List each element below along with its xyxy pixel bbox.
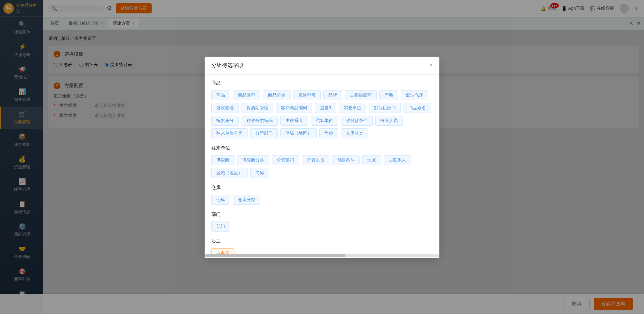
counterparty-fields: 供应商 供应商分类 分管部门 分管人员 付款条件 地区 主联系人 区域（地区） … — [211, 155, 433, 178]
field-product-type[interactable]: 商品类型 — [233, 90, 260, 100]
modal-body[interactable]: 商品 商品 商品类型 商品分类 规格型号 品牌 主要供应商 产地 默认仓库 批次… — [205, 75, 439, 254]
field-contact-person[interactable]: 主联系人 — [280, 116, 308, 126]
modal-close-btn[interactable]: × — [429, 62, 433, 69]
h-scrollbar-track — [205, 254, 439, 257]
field-product-alias[interactable]: 商品别名 — [404, 103, 431, 113]
field-tax-category[interactable]: 税收分类编码 — [241, 116, 278, 126]
field-product[interactable]: 商品 — [211, 90, 230, 100]
field-manager[interactable]: 分管人员 — [375, 116, 403, 126]
field-abbreviation[interactable]: 简称 — [319, 128, 338, 138]
field-warehouse[interactable]: 仓库 — [211, 195, 230, 205]
field-default-supplier[interactable]: 默认供应商 — [369, 103, 401, 113]
field-group-product: 商品 商品 商品类型 商品分类 规格型号 品牌 主要供应商 产地 默认仓库 批次… — [211, 80, 433, 138]
field-region2[interactable]: 区域（地区） — [211, 168, 248, 178]
modal-overlay: 分组待选字段 × 商品 商品 商品类型 商品分类 规格型号 品牌 主要供应商 产… — [0, 0, 644, 314]
field-origin[interactable]: 产地 — [379, 90, 398, 100]
field-main-supplier[interactable]: 主要供应商 — [345, 90, 377, 100]
field-batch-mgmt[interactable]: 批次管理 — [211, 103, 239, 113]
modal-h-scrollbar[interactable] — [205, 254, 439, 258]
field-supplier-category[interactable]: 供应商分类 — [237, 155, 269, 165]
field-group-warehouse: 仓库 仓库 仓库分类 — [211, 185, 433, 205]
field-mgmt-dept[interactable]: 分管部门 — [272, 155, 299, 165]
field-region[interactable]: 区域（地区） — [280, 128, 317, 138]
field-salesperson[interactable]: 业务员 — [211, 248, 234, 254]
modal-header: 分组待选字段 × — [205, 57, 439, 75]
field-group-department: 部门 部门 — [211, 211, 433, 232]
field-warehouse-cat[interactable]: 仓库分类 — [233, 195, 260, 205]
field-payment-terms[interactable]: 收付款条件 — [341, 116, 373, 126]
dept-group-title: 部门 — [211, 211, 433, 217]
field-dept[interactable]: 部门 — [211, 222, 230, 232]
field-group-employee: 员工 业务员 — [211, 238, 433, 254]
modal-title: 分组待选字段 — [211, 62, 244, 69]
counterparty-group-title: 往来单位 — [211, 145, 433, 151]
product-fields: 商品 商品类型 商品分类 规格型号 品牌 主要供应商 产地 默认仓库 批次管理 … — [211, 90, 433, 138]
field-supplier[interactable]: 供应商 — [211, 155, 234, 165]
product-group-title: 商品 — [211, 80, 433, 86]
field-weight3[interactable]: 重量3 — [315, 103, 336, 113]
field-area[interactable]: 地区 — [362, 155, 381, 165]
dept-fields: 部门 — [211, 222, 433, 232]
field-main-contact[interactable]: 主联系人 — [384, 155, 411, 165]
field-quality-mgmt[interactable]: 保质期管理 — [241, 103, 273, 113]
field-abbr2[interactable]: 简称 — [250, 168, 269, 178]
field-group-counterparty: 往来单位 供应商 供应商分类 分管部门 分管人员 付款条件 地区 主联系人 区域… — [211, 145, 433, 178]
field-product-category[interactable]: 商品分类 — [263, 90, 290, 100]
field-manage-dept[interactable]: 分管部门 — [250, 128, 278, 138]
field-retail-unit[interactable]: 零售单位 — [339, 103, 366, 113]
field-warehouse-category[interactable]: 仓库分类 — [341, 128, 368, 138]
field-mgmt-person[interactable]: 分管人员 — [302, 155, 329, 165]
field-default-warehouse[interactable]: 默认仓库 — [401, 90, 428, 100]
field-brand[interactable]: 品牌 — [323, 90, 342, 100]
field-customer-code[interactable]: 客户商品编码 — [276, 103, 312, 113]
field-spec-type[interactable]: 规格型号 — [293, 90, 321, 100]
warehouse-fields: 仓库 仓库分类 — [211, 195, 433, 205]
field-settlement-unit[interactable]: 结算单位 — [311, 116, 338, 126]
employee-fields: 业务员 — [211, 248, 433, 254]
h-scrollbar-thumb — [205, 254, 345, 257]
warehouse-group-title: 仓库 — [211, 185, 433, 191]
employee-group-title: 员工 — [211, 238, 433, 244]
field-source-unit-cat[interactable]: 往来单位分类 — [211, 128, 248, 138]
field-payment-condition[interactable]: 付款条件 — [332, 155, 360, 165]
field-select-modal: 分组待选字段 × 商品 商品 商品类型 商品分类 规格型号 品牌 主要供应商 产… — [205, 57, 439, 258]
field-pick-points[interactable]: 拣货积分 — [211, 116, 239, 126]
